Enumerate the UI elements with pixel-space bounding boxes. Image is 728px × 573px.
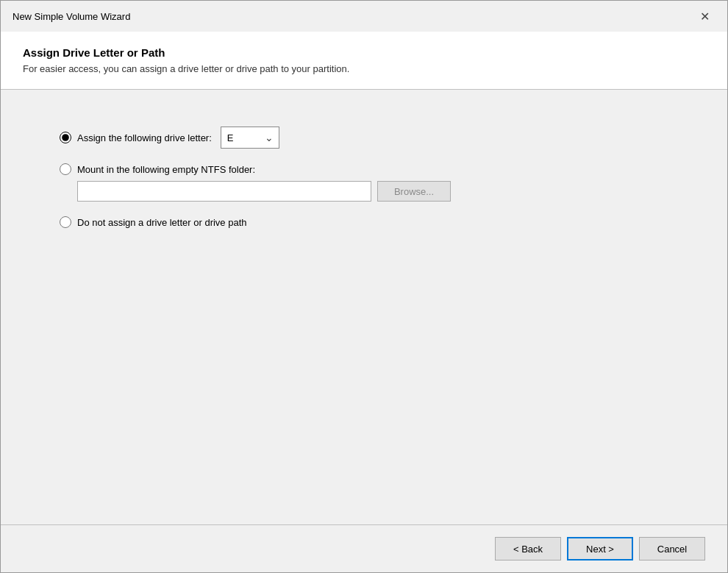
- no-assign-radio[interactable]: [60, 216, 71, 228]
- header-title: Assign Drive Letter or Path: [23, 46, 705, 59]
- next-button[interactable]: Next >: [567, 537, 633, 560]
- drive-letter-wrapper[interactable]: E F G H I J K: [221, 127, 279, 149]
- header-subtitle: For easier access, you can assign a driv…: [23, 63, 705, 74]
- browse-button: Browse...: [377, 181, 451, 202]
- cancel-button[interactable]: Cancel: [639, 537, 705, 560]
- assign-letter-radio[interactable]: [60, 132, 71, 143]
- assign-letter-option[interactable]: Assign the following drive letter:: [60, 132, 212, 143]
- dialog-window: New Simple Volume Wizard ✕ Assign Drive …: [0, 0, 728, 573]
- header-section: Assign Drive Letter or Path For easier a…: [1, 32, 727, 90]
- ntfs-path-input[interactable]: [77, 181, 371, 202]
- ntfs-input-row: Browse...: [77, 181, 683, 202]
- no-assign-row: Do not assign a drive letter or drive pa…: [60, 216, 683, 228]
- close-button[interactable]: ✕: [693, 5, 715, 27]
- no-assign-label: Do not assign a drive letter or drive pa…: [77, 217, 247, 228]
- drive-letter-select[interactable]: E F G H I J K: [221, 127, 279, 149]
- window-title: New Simple Volume Wizard: [13, 11, 130, 22]
- ntfs-row: Mount in the following empty NTFS folder…: [60, 163, 683, 202]
- back-button[interactable]: < Back: [495, 537, 561, 560]
- ntfs-radio[interactable]: [60, 163, 71, 175]
- content-area: Assign the following drive letter: E F G…: [1, 90, 727, 524]
- assign-letter-row: Assign the following drive letter: E F G…: [60, 127, 683, 149]
- footer-area: < Back Next > Cancel: [1, 524, 727, 572]
- assign-letter-label: Assign the following drive letter:: [77, 132, 212, 143]
- ntfs-option[interactable]: Mount in the following empty NTFS folder…: [60, 163, 683, 175]
- ntfs-label: Mount in the following empty NTFS folder…: [77, 164, 255, 175]
- no-assign-option[interactable]: Do not assign a drive letter or drive pa…: [60, 216, 247, 228]
- title-bar: New Simple Volume Wizard ✕: [1, 1, 727, 32]
